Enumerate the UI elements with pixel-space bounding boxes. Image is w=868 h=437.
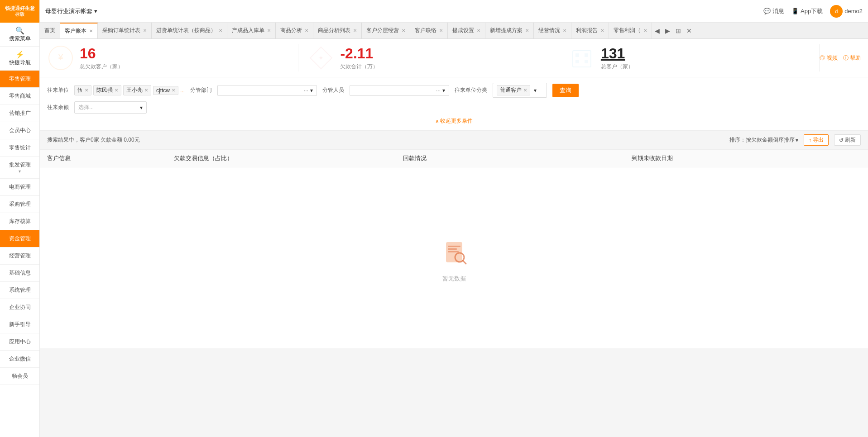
filter-tag-wang[interactable]: 王小亮 ✕	[123, 85, 151, 95]
tab-expand-btn[interactable]: ⊞	[673, 23, 684, 38]
marketing-label: 营销推广	[2, 109, 38, 117]
tab-inbound-stats[interactable]: 进货单统计表（按商品） ✕	[152, 23, 227, 38]
tab-customer-contact-close[interactable]: ✕	[439, 28, 443, 33]
tab-product-analysis-list-close[interactable]: ✕	[353, 28, 357, 33]
filter-tag-wu-close[interactable]: ✕	[85, 88, 88, 93]
filter-tag-chen-close[interactable]: ✕	[115, 88, 118, 93]
sidebar-item-corp-wechat[interactable]: 企业微信	[0, 351, 39, 368]
sidebar-item-new-guide[interactable]: 新手引导	[0, 316, 39, 333]
tab-inbound-stats-close[interactable]: ✕	[219, 28, 222, 33]
sidebar-item-retail-mgmt[interactable]: 零售管理	[0, 71, 39, 88]
sidebar-item-search-menu[interactable]: 🔍 搜索菜单	[0, 23, 39, 47]
account-dropdown[interactable]: 母婴行业演示帐套 ▾	[45, 7, 97, 15]
phone-icon: 📱	[791, 8, 799, 14]
sidebar-item-ops-mgmt[interactable]: 经营管理	[0, 247, 39, 265]
video-btn[interactable]: ◎ 视频	[820, 54, 837, 62]
person-filter-select[interactable]: ··· ▾	[350, 85, 449, 96]
sidebar-item-wholesale-mgmt[interactable]: 批发管理 ▾	[0, 157, 39, 179]
refresh-label: 刷新	[845, 136, 856, 144]
sidebar-item-app-center[interactable]: 应用中心	[0, 333, 39, 351]
tab-accounts-receivable-close[interactable]: ✕	[89, 28, 93, 33]
balance-filter-select[interactable]: 选择... ▾	[74, 101, 147, 114]
tabbar: 首页 客户账本 ✕ 采购订单统计表 ✕ 进货单统计表（按商品） ✕ 产成品入库单…	[40, 23, 868, 39]
stat-actions: ◎ 视频 ⓘ 帮助	[820, 54, 861, 62]
tab-product-inbound-close[interactable]: ✕	[267, 28, 271, 33]
sidebar-item-marketing[interactable]: 营销推广	[0, 105, 39, 122]
tab-biz-status-label: 经营情况	[538, 27, 560, 34]
sort-btn[interactable]: 排序：按欠款金额倒序排序 ▾	[729, 136, 798, 144]
unit-type-tag[interactable]: 普通客户 ✕	[497, 85, 530, 95]
filter-tag-cjttcw-close[interactable]: ✕	[172, 88, 175, 93]
tab-close-all-btn[interactable]: ✕	[684, 23, 695, 38]
tab-product-analysis[interactable]: 商品分析 ✕	[276, 23, 313, 38]
tab-profit-report-label: 利润报告	[576, 27, 598, 34]
tab-biz-status[interactable]: 经营情况 ✕	[534, 23, 571, 38]
sidebar-item-member-center[interactable]: 会员中心	[0, 122, 39, 139]
tab-purchase-orders[interactable]: 采购订单统计表 ✕	[98, 23, 152, 38]
sidebar-item-finance-mgmt[interactable]: 资金管理	[0, 230, 39, 247]
sidebar-item-basic-info[interactable]: 基础信息	[0, 265, 39, 282]
sidebar-item-retail-mall[interactable]: 零售商城	[0, 88, 39, 105]
table-area: 客户信息 欠款交易信息（占比） 回款情况 到期未收款日期	[40, 150, 868, 348]
sidebar-item-quick-nav[interactable]: ⚡ 快捷导航	[0, 47, 39, 71]
app-download-btn[interactable]: 📱 App下载	[791, 7, 823, 15]
topbar-right: 💬 消息 📱 App下载 d demo2	[763, 5, 863, 18]
tab-promo-settings-close[interactable]: ✕	[477, 28, 480, 33]
sidebar-item-vip[interactable]: 畅会员	[0, 368, 39, 385]
tab-profit-report[interactable]: 利润报告 ✕	[571, 23, 609, 38]
unit-type-tag-close[interactable]: ✕	[523, 88, 527, 93]
tab-customer-tier-close[interactable]: ✕	[402, 28, 405, 33]
wholesale-label: 批发管理	[2, 161, 38, 169]
tab-product-analysis-list[interactable]: 商品分析列表 ✕	[313, 23, 362, 38]
retail-stats-label: 零售统计	[2, 144, 38, 152]
sidebar-item-ecom-mgmt[interactable]: 电商管理	[0, 179, 39, 196]
tab-retail-profit[interactable]: 零售利润（ ✕	[609, 23, 652, 38]
tab-product-inbound[interactable]: 产成品入库单 ✕	[227, 23, 276, 38]
stat-total-debt: ✦ -2.11 欠款合计（万）	[298, 44, 559, 71]
tab-promo-settings[interactable]: 提成设置 ✕	[448, 23, 485, 38]
sidebar-item-corp-collab[interactable]: 企业协同	[0, 299, 39, 316]
tab-biz-status-close[interactable]: ✕	[563, 28, 566, 33]
tab-new-achievement-close[interactable]: ✕	[525, 28, 529, 33]
sidebar-item-retail-stats[interactable]: 零售统计	[0, 139, 39, 157]
message-btn[interactable]: 💬 消息	[763, 7, 784, 15]
user-profile-btn[interactable]: d demo2	[830, 5, 863, 18]
filter-tag-wang-close[interactable]: ✕	[144, 88, 148, 93]
filter-tag-chen[interactable]: 陈民强 ✕	[93, 85, 121, 95]
tab-accounts-receivable[interactable]: 客户账本 ✕	[60, 23, 98, 38]
filter-more-btn[interactable]: ...	[180, 87, 185, 94]
tab-next-btn[interactable]: ▶	[662, 23, 673, 38]
unit-type-select[interactable]: 普通客户 ✕ ▾	[493, 83, 547, 98]
stat-customers-value: 131	[601, 45, 633, 62]
help-btn[interactable]: ⓘ 帮助	[843, 54, 861, 62]
search-result-text: 搜索结果中，客户0家 欠款金额 0.00元	[47, 136, 140, 144]
message-icon: 💬	[763, 8, 771, 14]
sys-label: 系统管理	[2, 286, 38, 294]
tab-customer-tier[interactable]: 客户分层经营 ✕	[362, 23, 410, 38]
tab-retail-profit-close[interactable]: ✕	[643, 28, 647, 33]
refresh-btn[interactable]: ↺ 刷新	[834, 134, 861, 146]
tab-home[interactable]: 首页	[40, 23, 60, 38]
sidebar-item-sys-mgmt[interactable]: 系统管理	[0, 282, 39, 299]
svg-rect-5	[575, 53, 579, 57]
tab-profit-report-close[interactable]: ✕	[600, 28, 604, 33]
purchase-label: 采购管理	[2, 200, 38, 208]
tab-product-analysis-close[interactable]: ✕	[305, 28, 308, 33]
tab-purchase-orders-close[interactable]: ✕	[143, 28, 147, 33]
collapse-btn[interactable]: ∧ 收起更多条件	[435, 117, 473, 125]
dept-filter-select[interactable]: ··· ▾	[217, 85, 317, 96]
export-btn[interactable]: ↑ 导出	[804, 134, 829, 146]
filter-tag-wu[interactable]: 伍 ✕	[74, 85, 91, 95]
sidebar-logo: 畅捷通好生意 标版	[0, 0, 39, 23]
col-customer-info: 客户信息	[47, 154, 174, 162]
tab-customer-contact[interactable]: 客户联络 ✕	[410, 23, 448, 38]
retail-mgmt-label: 零售管理	[2, 75, 38, 83]
tab-accounts-receivable-label: 客户账本	[65, 27, 86, 35]
filter-tag-cjttcw[interactable]: cjttcw ✕	[153, 86, 178, 95]
sidebar-item-purchase-mgmt[interactable]: 采购管理	[0, 196, 39, 213]
unit-filter-label: 往来单位	[47, 86, 69, 94]
query-btn[interactable]: 查询	[552, 84, 579, 97]
sidebar-item-inventory[interactable]: 库存核算	[0, 213, 39, 230]
tab-new-achievement[interactable]: 新增提成方案 ✕	[485, 23, 534, 38]
tab-prev-btn[interactable]: ◀	[652, 23, 662, 38]
